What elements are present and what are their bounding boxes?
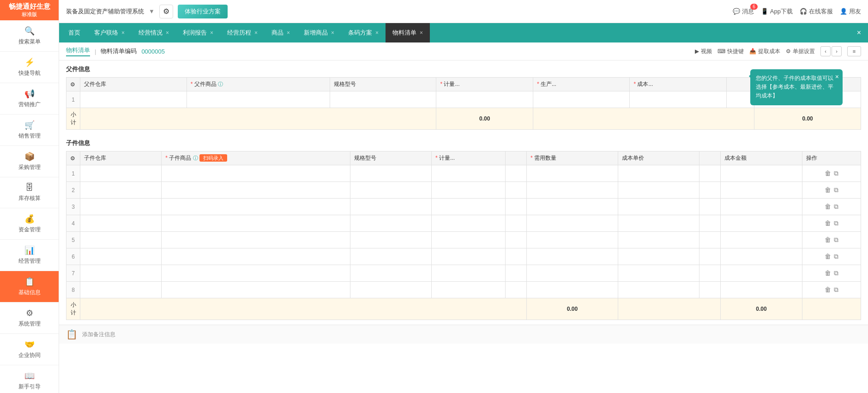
tab-goods-close-icon[interactable]: × xyxy=(287,30,290,36)
delete-row-2-icon[interactable]: 🗑 xyxy=(825,186,831,194)
add-note-icon[interactable]: 📋 xyxy=(66,329,78,340)
child-goods-cell-3[interactable] xyxy=(162,199,350,215)
child-goods-cell-2[interactable] xyxy=(162,182,350,199)
child-spec-cell-8[interactable] xyxy=(350,282,431,298)
sidebar-item-quick-nav[interactable]: ⚡ 快捷导航 xyxy=(0,52,59,83)
child-unit-cell-8[interactable] xyxy=(431,282,505,298)
sidebar-item-basic-info[interactable]: 📋 基础信息 xyxy=(0,271,59,302)
parent-spec-cell[interactable] xyxy=(330,91,436,108)
tab-home[interactable]: 首页 xyxy=(61,23,87,42)
user-button[interactable]: 👤 用友 xyxy=(840,7,861,16)
child-goods-cell-6[interactable] xyxy=(162,248,350,265)
child-qty-cell-8[interactable] xyxy=(527,282,618,298)
customer-service-button[interactable]: 🎧 在线客服 xyxy=(800,7,833,16)
child-unit-cell-3[interactable] xyxy=(431,199,505,215)
trial-button[interactable]: 体验行业方案 xyxy=(178,5,228,18)
child-cost-amount-cell-5[interactable] xyxy=(721,232,802,248)
child-warehouse-cell-4[interactable] xyxy=(80,215,162,232)
delete-row-6-icon[interactable]: 🗑 xyxy=(825,253,831,260)
delete-row-5-icon[interactable]: 🗑 xyxy=(825,236,831,244)
goods-help-icon[interactable]: ⓘ xyxy=(218,81,223,87)
dropdown-arrow-icon[interactable]: ▼ xyxy=(149,8,155,15)
child-cost-amount-cell-2[interactable] xyxy=(721,182,802,199)
child-warehouse-cell-6[interactable] xyxy=(80,248,162,265)
child-qty-cell-4[interactable] xyxy=(527,215,618,232)
child-unit-cost-cell-2[interactable] xyxy=(618,182,699,199)
message-button[interactable]: 💬 消息 6 xyxy=(733,7,754,16)
child-cost-amount-cell-8[interactable] xyxy=(721,282,802,298)
child-unit-cell-7[interactable] xyxy=(431,265,505,282)
child-goods-cell-8[interactable] xyxy=(162,282,350,298)
child-spec-cell-2[interactable] xyxy=(350,182,431,199)
child-unit-cell-2[interactable] xyxy=(431,182,505,199)
child-unit-cell-5[interactable] xyxy=(431,232,505,248)
next-record-button[interactable]: › xyxy=(832,46,842,56)
child-qty-cell-1[interactable] xyxy=(527,165,618,182)
copy-row-1-icon[interactable]: ⧉ xyxy=(834,169,838,177)
child-spec-cell-7[interactable] xyxy=(350,265,431,282)
child-qty-cell-5[interactable] xyxy=(527,232,618,248)
copy-row-4-icon[interactable]: ⧉ xyxy=(834,219,838,227)
extract-cost-button[interactable]: 📥 提取成本 xyxy=(749,48,780,55)
sidebar-item-enterprise[interactable]: 🤝 企业协同 xyxy=(0,334,59,365)
prev-record-button[interactable]: ‹ xyxy=(820,46,831,56)
child-unit-cell-1[interactable] xyxy=(431,165,505,182)
child-warehouse-cell-3[interactable] xyxy=(80,199,162,215)
child-goods-cell-5[interactable] xyxy=(162,232,350,248)
delete-row-7-icon[interactable]: 🗑 xyxy=(825,269,831,277)
child-qty-cell-7[interactable] xyxy=(527,265,618,282)
child-warehouse-cell-2[interactable] xyxy=(80,182,162,199)
tab-new-goods[interactable]: 新增商品 × xyxy=(297,23,341,42)
child-unit-cost-cell-1[interactable] xyxy=(618,165,699,182)
child-cost-amount-cell-6[interactable] xyxy=(721,248,802,265)
child-warehouse-cell-7[interactable] xyxy=(80,265,162,282)
shortcut-button[interactable]: ⌨ 快捷键 xyxy=(717,48,744,55)
tab-barcode[interactable]: 条码方案 × xyxy=(341,23,386,42)
child-unit-cell-4[interactable] xyxy=(431,215,505,232)
child-settings-col-icon[interactable]: ⚙ xyxy=(70,155,75,162)
tab-profit-report[interactable]: 利润报告 × xyxy=(176,23,220,42)
child-qty-cell-2[interactable] xyxy=(527,182,618,199)
child-unit-cost-cell-7[interactable] xyxy=(618,265,699,282)
sidebar-item-marketing[interactable]: 📢 营销推广 xyxy=(0,83,59,115)
view-video-button[interactable]: ▶ 视频 xyxy=(695,48,712,55)
child-unit-cost-cell-8[interactable] xyxy=(618,282,699,298)
settings-col-icon[interactable]: ⚙ xyxy=(70,81,75,88)
child-spec-cell-5[interactable] xyxy=(350,232,431,248)
copy-row-3-icon[interactable]: ⧉ xyxy=(834,203,838,211)
child-goods-help-icon[interactable]: ⓘ xyxy=(193,155,198,161)
child-unit-cost-cell-5[interactable] xyxy=(618,232,699,248)
single-settings-button[interactable]: ⚙ 单据设置 xyxy=(786,48,815,55)
gear-button[interactable]: ⚙ xyxy=(159,5,173,18)
child-cost-amount-cell-3[interactable] xyxy=(721,199,802,215)
breadcrumb-bom[interactable]: 物料清单 xyxy=(66,46,90,56)
sidebar-item-search[interactable]: 🔍 搜索菜单 xyxy=(0,20,59,52)
child-spec-cell-3[interactable] xyxy=(350,199,431,215)
app-download-button[interactable]: 📱 App下载 xyxy=(761,7,793,16)
scan-input-button[interactable]: 扫码录入 xyxy=(199,154,227,162)
tab-customer[interactable]: 客户联络 × xyxy=(87,23,132,42)
child-unit-cost-cell-3[interactable] xyxy=(618,199,699,215)
parent-goods-cell[interactable] xyxy=(187,91,330,108)
parent-unit-cell[interactable] xyxy=(436,91,533,108)
child-qty-cell-3[interactable] xyxy=(527,199,618,215)
parent-production-cell[interactable] xyxy=(533,91,629,108)
child-warehouse-cell-5[interactable] xyxy=(80,232,162,248)
tab-customer-close-icon[interactable]: × xyxy=(121,30,125,36)
delete-row-4-icon[interactable]: 🗑 xyxy=(825,219,831,227)
copy-row-7-icon[interactable]: ⧉ xyxy=(834,269,838,277)
list-view-button[interactable]: ≡ xyxy=(847,46,861,56)
child-goods-cell-7[interactable] xyxy=(162,265,350,282)
child-spec-cell-1[interactable] xyxy=(350,165,431,182)
child-cost-amount-cell-1[interactable] xyxy=(721,165,802,182)
tab-new-goods-close-icon[interactable]: × xyxy=(331,30,334,36)
parent-cost-cell[interactable] xyxy=(630,91,726,108)
sidebar-item-finance[interactable]: 💰 资金管理 xyxy=(0,208,59,240)
copy-row-5-icon[interactable]: ⧉ xyxy=(834,236,838,244)
child-warehouse-cell-1[interactable] xyxy=(80,165,162,182)
delete-row-1-icon[interactable]: 🗑 xyxy=(825,169,831,177)
child-spec-cell-4[interactable] xyxy=(350,215,431,232)
sidebar-item-guide[interactable]: 📖 新手引导 xyxy=(0,365,59,393)
tooltip-close-button[interactable]: × xyxy=(835,72,839,82)
delete-row-8-icon[interactable]: 🗑 xyxy=(825,286,831,294)
